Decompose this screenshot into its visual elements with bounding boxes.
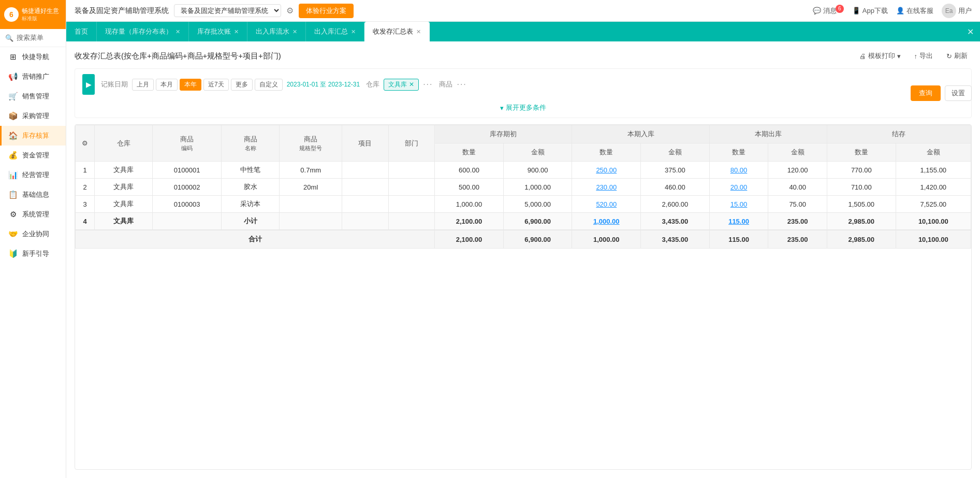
tab-close-batch[interactable]: ✕ [234,28,239,35]
table-row: 3文具库0100003采访本1,000.005,000.00520.002,60… [76,196,971,213]
row-open-qty: 500.00 [435,179,504,196]
sidebar-item-finance[interactable]: 💰资金管理 [0,146,66,165]
refresh-btn[interactable]: ↻ 刷新 [942,50,972,62]
last-month-btn[interactable]: 上月 [132,79,154,91]
expand-more-conditions[interactable]: ▾ 展开更多条件 [500,103,546,112]
total-label: 合计 [76,230,435,249]
tab-close-summary[interactable]: ✕ [351,28,356,35]
sidebar-item-marketing[interactable]: 📢营销推广 [0,67,66,86]
sidebar-item-sales[interactable]: 🛒销售管理 [0,86,66,106]
this-month-btn[interactable]: 本月 [156,79,178,91]
tab-close-flow[interactable]: ✕ [292,28,297,35]
table-row: 1文具库0100001中性笔0.7mm600.00900.00250.00375… [76,162,971,179]
row-in-qty[interactable]: 250.00 [572,162,641,179]
sidebar-item-enterprise[interactable]: 🤝企业协同 [0,224,66,244]
row-out-qty[interactable]: 20.00 [709,179,768,196]
row-in-qty[interactable]: 520.00 [572,196,641,213]
tab-close-recv-send[interactable]: ✕ [416,28,421,35]
query-button[interactable]: 查询 [911,85,941,101]
warehouse-more[interactable]: ··· [423,80,433,89]
row-in-amt: 375.00 [641,162,710,179]
logo-sub: 标准版 [22,15,59,22]
sidebar-item-basic-info[interactable]: 📋基础信息 [0,185,66,205]
message-icon: 💬 [813,7,821,15]
sidebar-item-purchase[interactable]: 📦采购管理 [0,106,66,126]
tab-stock-dist[interactable]: 现存量（库存分布表）✕ [97,22,189,41]
trial-button[interactable]: 体验行业方案 [299,4,354,18]
sidebar-item-system[interactable]: ⚙系统管理 [0,205,66,224]
date-filter-section: 记账日期 上月 本月 本年 近7天 更多 自定义 2023-01-01 至 20… [101,79,360,91]
nav-label-marketing: 营销推广 [22,72,49,81]
sidebar-search[interactable]: 🔍 搜索菜单 [0,29,66,47]
row-out-qty[interactable]: 115.00 [709,213,768,230]
nav-icon-sales: 🛒 [8,92,18,101]
service-icon: 👤 [896,7,904,15]
tab-recv-send[interactable]: 收发存汇总表✕ [364,22,430,41]
nav-label-inventory: 库存核算 [22,131,49,140]
tab-summary[interactable]: 出入库汇总✕ [306,22,364,41]
row-spec: 20ml [280,179,342,196]
row-out-amt: 75.00 [768,196,827,213]
col-project: 项目 [342,125,388,162]
main-area: 装备及固定资产辅助管理系统 装备及固定资产辅助管理系统 ⚙ 体验行业方案 💬 消… [66,0,980,478]
row-warehouse: 文具库 [95,162,153,179]
col-settings[interactable]: ⚙ [76,125,95,162]
tabs-close-all[interactable]: ✕ [961,27,980,37]
sidebar-item-inventory[interactable]: 🏠库存核算 [0,126,66,146]
row-open-qty: 600.00 [435,162,504,179]
row-out-qty[interactable]: 15.00 [709,196,768,213]
tab-home[interactable]: 首页 [66,22,97,41]
goods-more[interactable]: ··· [457,80,466,89]
row-open-amt: 5,000.00 [503,196,572,213]
page-header: 收发存汇总表(按仓库+商品编码+商品+规格型号+项目+部门) 🖨 模板打印 ▾ … [75,50,972,62]
tab-flow[interactable]: 出入库流水✕ [247,22,306,41]
row-project [342,196,388,213]
warehouse-tag-close[interactable]: ✕ [409,81,414,88]
warehouse-tag[interactable]: 文具库 ✕ [384,79,419,91]
more-date-btn[interactable]: 更多 [231,79,253,91]
row-no: 2 [76,179,95,196]
filter-expand-arrow[interactable]: ▶ [82,74,95,95]
nav-icon-guide: 🔰 [8,249,18,258]
custom-date-btn[interactable]: 自定义 [255,79,283,91]
app-download-btn[interactable]: 📱 App下载 [852,6,888,16]
messages-btn[interactable]: 💬 消息 6 [813,6,844,16]
tab-close-stock-dist[interactable]: ✕ [175,28,180,35]
settings-button[interactable]: 设置 [945,85,972,101]
avatar: Ea [942,4,956,18]
page-content-area: 收发存汇总表(按仓库+商品编码+商品+规格型号+项目+部门) 🖨 模板打印 ▾ … [66,41,980,478]
row-code: 0100001 [153,162,222,179]
topbar: 装备及固定资产辅助管理系统 装备及固定资产辅助管理系统 ⚙ 体验行业方案 💬 消… [66,0,980,22]
sidebar-item-guide[interactable]: 🔰新手引导 [0,244,66,264]
table-header-row1: ⚙ 仓库 商品编码 商品名称 商品规格型号 项目 部门 库存期初 本期入库 本期… [76,125,971,143]
print-btn[interactable]: 🖨 模板打印 ▾ [855,50,905,62]
row-close-qty: 770.00 [827,162,896,179]
row-in-qty[interactable]: 1,000.00 [572,213,641,230]
warehouse-filter-label: 仓库 [366,80,379,89]
row-in-qty[interactable]: 230.00 [572,179,641,196]
goods-filter-label: 商品 [439,80,452,89]
topbar-settings-icon[interactable]: ⚙ [286,6,294,16]
tab-batch[interactable]: 库存批次账✕ [189,22,247,41]
row-open-amt: 1,000.00 [503,179,572,196]
row-no: 4 [76,213,95,230]
print-chevron: ▾ [897,52,901,60]
row-name: 采访本 [221,196,279,213]
export-btn[interactable]: ↑ 导出 [910,50,938,62]
sidebar-item-operations[interactable]: 📊经营管理 [0,165,66,185]
this-year-btn[interactable]: 本年 [180,79,201,91]
row-warehouse: 文具库 [95,213,153,230]
sidebar-item-quick-nav[interactable]: ⊞快捷导航 [0,47,66,67]
col-warehouse: 仓库 [95,125,153,162]
nav-icon-marketing: 📢 [8,72,18,81]
expand-label: 展开更多条件 [506,103,546,112]
col-in-amt: 金额 [641,143,710,162]
system-dropdown[interactable]: 装备及固定资产辅助管理系统 [174,4,281,17]
user-menu[interactable]: Ea 用户 [942,4,972,18]
row-out-qty[interactable]: 80.00 [709,162,768,179]
print-icon: 🖨 [859,52,866,60]
logo-icon: 6 [4,7,19,22]
nav-icon-inventory: 🏠 [8,131,18,140]
last-7-days-btn[interactable]: 近7天 [203,79,229,91]
online-service-btn[interactable]: 👤 在线客服 [896,6,933,16]
